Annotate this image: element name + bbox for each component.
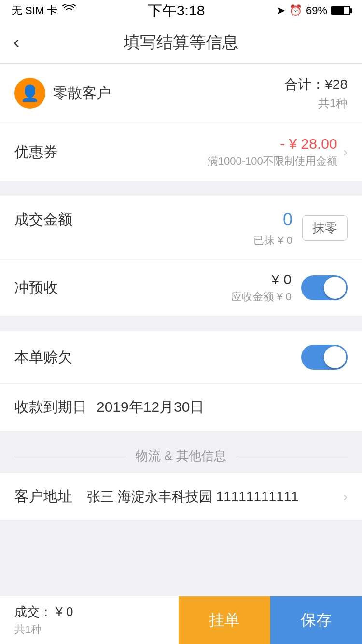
status-bar: 无 SIM 卡 下午3:18 ➤ ⏰ 69% (0, 0, 362, 21)
transaction-sub: 已抹 ¥ 0 (253, 233, 292, 248)
page-title: 填写结算等信息 (124, 31, 238, 54)
prepay-row: 冲预收 ¥ 0 应收金额 ¥ 0 (0, 260, 362, 316)
hold-button[interactable]: 挂单 (179, 596, 270, 644)
bottom-count: 共1种 (14, 622, 164, 637)
coupon-label: 优惠券 (14, 142, 58, 162)
duedate-label: 收款到期日 (14, 397, 87, 417)
avatar-icon: 👤 (20, 84, 40, 102)
status-time: 下午3:18 (148, 1, 205, 21)
prepay-value-group: ¥ 0 应收金额 ¥ 0 (231, 271, 292, 304)
prepay-toggle[interactable] (301, 275, 348, 300)
location-icon: ➤ (277, 4, 285, 17)
coupon-row[interactable]: 优惠券 - ¥ 28.00 满1000-100不限制使用金额 › (0, 123, 362, 181)
address-chevron-icon: › (343, 489, 348, 504)
alarm-icon: ⏰ (289, 4, 302, 17)
section-divider-2 (0, 316, 362, 323)
bottom-transaction-label: 成交： (14, 604, 52, 619)
prepay-right: ¥ 0 应收金额 ¥ 0 (231, 271, 348, 304)
coupon-chevron-icon: › (343, 144, 348, 160)
transaction-right: 0 已抹 ¥ 0 抹零 (253, 208, 348, 248)
customer-right: 合计：¥28 共1种 (284, 75, 348, 111)
battery-icon (331, 6, 350, 15)
logistics-label: 物流 & 其他信息 (136, 448, 226, 464)
transaction-row: 成交金额 0 已抹 ¥ 0 抹零 (0, 196, 362, 260)
debit-toggle-knob (324, 346, 346, 368)
debit-row: 本单赊欠 (0, 331, 362, 384)
back-button[interactable]: ‹ (14, 32, 19, 53)
divider-line-right (236, 456, 348, 456)
coupon-right: - ¥ 28.00 满1000-100不限制使用金额 › (208, 136, 348, 168)
transaction-value-group: 0 已抹 ¥ 0 (253, 208, 292, 248)
wifi-icon (62, 4, 76, 17)
customer-left: 👤 零散客户 (14, 78, 111, 109)
duedate-row: 收款到期日 2019年12月30日 (0, 384, 362, 431)
battery-percentage: 69% (306, 4, 327, 17)
bottom-transaction-amount: ¥ 0 (56, 604, 73, 619)
customer-row: 👤 零散客户 合计：¥28 共1种 (0, 64, 362, 123)
debit-label: 本单赊欠 (14, 348, 72, 367)
duedate-value: 2019年12月30日 (97, 397, 204, 417)
customer-avatar: 👤 (14, 78, 45, 109)
transaction-label: 成交金额 (14, 208, 72, 231)
transaction-amount: 0 (253, 208, 292, 231)
status-left: 无 SIM 卡 (12, 3, 76, 18)
bottom-info: 成交： ¥ 0 共1种 (0, 596, 179, 644)
coupon-value: - ¥ 28.00 满1000-100不限制使用金额 (208, 136, 337, 168)
nav-bar: ‹ 填写结算等信息 (0, 21, 362, 64)
address-section: 客户地址 张三 海淀永丰科技园 11111111111 › (0, 473, 362, 520)
logistics-section: 物流 & 其他信息 (0, 438, 362, 473)
customer-count: 共1种 (284, 96, 348, 111)
section-divider-1 (0, 189, 362, 196)
prepay-sub: 应收金额 ¥ 0 (231, 290, 292, 304)
status-right: ➤ ⏰ 69% (277, 4, 350, 17)
no-sim-label: 无 SIM 卡 (12, 3, 57, 18)
coupon-desc: 满1000-100不限制使用金额 (208, 154, 337, 168)
customer-total: 合计：¥28 (284, 75, 348, 94)
customer-section: 👤 零散客户 合计：¥28 共1种 优惠券 - ¥ 28.00 满1000-10… (0, 64, 362, 181)
round-off-button[interactable]: 抹零 (302, 215, 348, 241)
prepay-label: 冲预收 (14, 278, 58, 298)
save-button[interactable]: 保存 (270, 596, 362, 644)
debit-toggle[interactable] (301, 345, 348, 370)
divider-line-left (14, 456, 126, 456)
address-label: 客户地址 (14, 487, 72, 506)
prepay-amount: ¥ 0 (231, 271, 292, 288)
debit-section: 本单赊欠 收款到期日 2019年12月30日 (0, 331, 362, 431)
address-value: 张三 海淀永丰科技园 11111111111 (87, 488, 343, 506)
coupon-amount: - ¥ 28.00 (208, 136, 337, 152)
bottom-transaction: 成交： ¥ 0 (14, 603, 164, 620)
address-row[interactable]: 客户地址 张三 海淀永丰科技园 11111111111 › (0, 473, 362, 520)
toggle-knob (324, 277, 346, 299)
customer-name: 零散客户 (53, 84, 111, 103)
transaction-section: 成交金额 0 已抹 ¥ 0 抹零 冲预收 ¥ 0 应收金额 ¥ 0 (0, 196, 362, 316)
logistics-divider: 物流 & 其他信息 (0, 448, 362, 464)
bottom-bar: 成交： ¥ 0 共1种 挂单 保存 (0, 596, 362, 644)
